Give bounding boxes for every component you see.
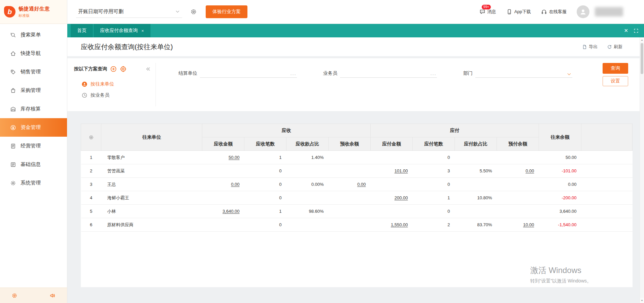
account-set-label: 开账日期可停用可删: [78, 8, 124, 15]
scheme-head: 按以下方案查询: [74, 66, 151, 72]
clock-icon: [81, 92, 88, 98]
scrollbar-thumb[interactable]: [641, 43, 643, 74]
export-button[interactable]: 导出: [582, 44, 598, 50]
tabbar: 首页应收应付余额查询× ✕: [67, 24, 644, 37]
amount-cell: [286, 164, 329, 178]
more-icon[interactable]: ···: [430, 72, 436, 77]
phone-icon: [506, 9, 512, 15]
amount-cell: [455, 151, 497, 164]
amount-cell: 0: [244, 164, 286, 178]
sidebar-item-sales[interactable]: 销售管理: [0, 63, 67, 81]
amount-link[interactable]: 10.00: [497, 218, 539, 232]
amount-cell: [329, 191, 371, 205]
settings-button[interactable]: 设置: [603, 76, 628, 86]
gear-icon[interactable]: [190, 8, 197, 15]
fullscreen-icon[interactable]: [634, 28, 639, 33]
sidebar-item-purchase[interactable]: 采购管理: [0, 81, 67, 100]
scroll-down-icon[interactable]: ▼: [640, 298, 644, 303]
account-set-select[interactable]: 开账日期可停用可删: [76, 6, 182, 18]
amount-cell: 0: [413, 205, 455, 218]
amount-cell: 3,640.00: [539, 205, 581, 218]
footer-gear-icon[interactable]: [11, 293, 18, 299]
scheme-settings-icon[interactable]: [120, 66, 127, 72]
amount-link[interactable]: 200.00: [371, 191, 413, 205]
amount-cell: [329, 164, 371, 178]
baseinfo-icon: [10, 162, 16, 168]
amount-link[interactable]: 3,640.00: [202, 205, 244, 218]
amount-cell: 1: [244, 205, 286, 218]
sidebar-item-inventory[interactable]: 库存核算: [0, 100, 67, 118]
tab-close-icon[interactable]: ×: [141, 28, 144, 33]
amount-link[interactable]: 1,550.00: [371, 218, 413, 232]
brand-logo-icon: b: [4, 6, 15, 18]
tab-balance-query[interactable]: 应收应付余额查询×: [94, 24, 150, 37]
announcement-icon[interactable]: [49, 293, 56, 299]
row-index: 5: [81, 205, 101, 218]
amount-cell: 98.60%: [286, 205, 329, 218]
amount-cell: -200.00: [539, 191, 581, 205]
page-header: 应收应付余额查询(按往来单位) 导出 刷新: [67, 37, 644, 56]
sidebar-item-home[interactable]: 快捷导航: [0, 44, 67, 63]
amount-link[interactable]: 50.00: [202, 151, 244, 164]
topbar-right: 99+ 消息 App下载 在线客服: [479, 5, 623, 18]
field-input[interactable]: ···: [340, 69, 437, 78]
export-label: 导出: [589, 44, 598, 50]
chevron-down-icon[interactable]: [567, 72, 572, 77]
scheme-item-2[interactable]: 按业务员: [81, 90, 151, 101]
amount-link[interactable]: 0.00: [329, 178, 371, 191]
amount-link[interactable]: 0.00: [497, 164, 539, 178]
content: 应收应付余额查询(按往来单位) 导出 刷新 按以下方案查询: [67, 37, 644, 303]
amount-cell: -1,540.00: [539, 218, 581, 232]
online-support-button[interactable]: 在线客服: [541, 9, 567, 15]
messages-button[interactable]: 99+ 消息: [479, 9, 496, 15]
avatar[interactable]: [577, 5, 589, 18]
sidebar-item-business[interactable]: 经营管理: [0, 137, 67, 155]
sidebar-item-search[interactable]: 搜索菜单: [0, 26, 67, 44]
amount-cell: 10.80%: [455, 191, 497, 205]
filter-field-3: 部门: [463, 69, 572, 78]
brand-name: 畅捷通好生意: [19, 6, 50, 12]
query-button[interactable]: 查询: [603, 63, 628, 74]
amount-cell: [497, 205, 539, 218]
refresh-button[interactable]: 刷新: [607, 44, 622, 50]
sidebar-footer: [0, 288, 67, 303]
col-receivable-count: 应收笔数: [244, 137, 286, 151]
badge-icon: [81, 81, 88, 87]
col-group-receivable: 应收: [202, 124, 371, 137]
field-input[interactable]: [475, 69, 572, 78]
sidebar-item-baseinfo[interactable]: 基础信息: [0, 155, 67, 174]
col-customer: 往来单位: [101, 124, 202, 151]
table-row: 3王总0.0000.00%0.0000.00: [81, 178, 633, 191]
tab-home[interactable]: 首页: [71, 24, 93, 37]
refresh-icon: [607, 44, 612, 49]
amount-cell: [329, 218, 371, 232]
amount-link[interactable]: 101.00: [371, 164, 413, 178]
close-icon[interactable]: ✕: [624, 28, 628, 34]
column-gear-icon[interactable]: [89, 135, 94, 140]
sidebar-item-label: 基础信息: [21, 161, 41, 168]
sidebar-item-label: 快捷导航: [21, 50, 41, 57]
col-empty: [581, 124, 633, 151]
main-area: 开账日期可停用可删 体验行业方案 99+ 消息 App下载 在线客服: [67, 0, 644, 303]
sidebar-item-funds[interactable]: 资金管理: [0, 118, 67, 137]
vertical-scrollbar[interactable]: ▲ ▼: [640, 37, 644, 303]
scheme-item-1[interactable]: 按往来单位: [81, 78, 151, 90]
app-download-button[interactable]: App下载: [506, 9, 531, 15]
customer-name: 原材料供应商: [101, 218, 202, 232]
amount-cell: [329, 151, 371, 164]
field-input[interactable]: ···: [200, 69, 297, 78]
trial-plan-button[interactable]: 体验行业方案: [206, 5, 247, 18]
scroll-up-icon[interactable]: ▲: [640, 37, 644, 42]
empty-cell: [581, 218, 633, 232]
amount-cell: 50.00: [539, 151, 581, 164]
filter-buttons: 查询 设置: [603, 63, 628, 86]
sidebar-item-system[interactable]: 系统管理: [0, 174, 67, 192]
more-icon[interactable]: ···: [290, 72, 296, 77]
amount-cell: [329, 205, 371, 218]
amount-link[interactable]: 0.00: [202, 178, 244, 191]
sidebar-item-label: 采购管理: [21, 87, 41, 94]
customer-name: 苦苦蔬菜: [101, 164, 202, 178]
table-panel: 往来单位 应收 应付 往来余额 应收金额 应收笔数 应收款占比 预收余额 应付金…: [81, 124, 633, 287]
collapse-panel-icon[interactable]: [145, 66, 151, 72]
add-scheme-icon[interactable]: [110, 66, 117, 72]
